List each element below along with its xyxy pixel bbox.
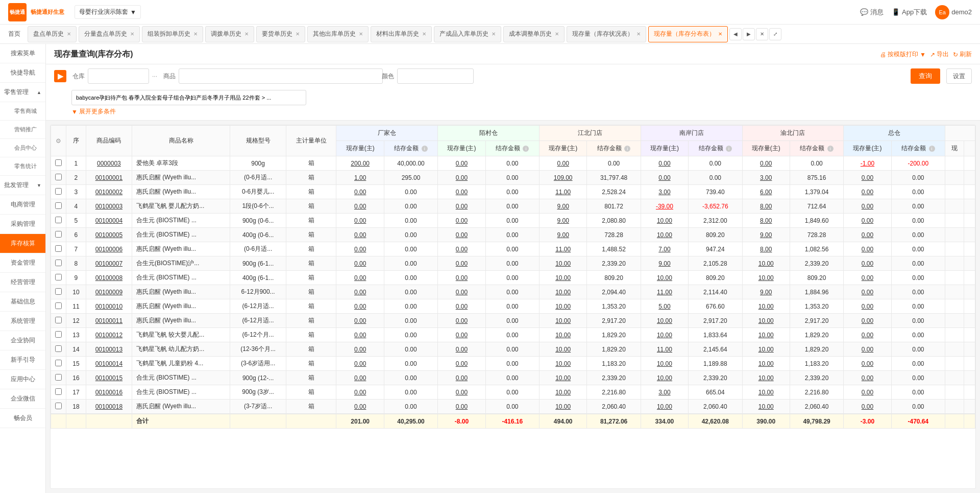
tab-6[interactable]: 其他出库单历史 ✕ — [307, 26, 369, 42]
cell-w4-qty[interactable]: 10.00 — [641, 271, 688, 285]
info-icon[interactable]: i — [422, 146, 428, 152]
tab-maximize-btn[interactable]: ⤢ — [769, 28, 781, 40]
close-icon[interactable]: ✕ — [193, 31, 198, 37]
cell-checkbox[interactable] — [51, 256, 66, 271]
cell-w5-qty[interactable]: 10.00 — [742, 400, 790, 414]
cell-w3-qty[interactable]: 9.00 — [539, 214, 586, 228]
cell-w4-qty[interactable]: 10.00 — [641, 400, 688, 414]
cell-w5-qty[interactable]: 6.00 — [742, 185, 790, 199]
cell-w2-qty[interactable]: 0.00 — [438, 214, 485, 228]
cell-checkbox[interactable] — [51, 156, 66, 171]
close-icon[interactable]: ✕ — [422, 31, 426, 37]
cell-w1-qty[interactable]: 0.00 — [336, 342, 384, 357]
sidebar-item-inventory[interactable]: 库存核算 — [0, 234, 45, 253]
cell-w4-qty[interactable]: 11.00 — [641, 342, 688, 357]
cell-code[interactable]: 00100001 — [86, 171, 132, 185]
cell-w3-qty[interactable]: 11.00 — [539, 185, 586, 199]
cell-w2-qty[interactable]: 0.00 — [438, 342, 485, 357]
sidebar-item-system[interactable]: 系统管理 — [0, 312, 45, 331]
cell-w5-qty[interactable]: 10.00 — [742, 385, 790, 400]
cell-checkbox[interactable] — [51, 371, 66, 385]
tab-home[interactable]: 首页 — [2, 30, 27, 38]
sidebar-item-purchase[interactable]: 采购管理 — [0, 215, 45, 234]
cell-total-qty[interactable]: 0.00 — [844, 371, 891, 385]
tab-5[interactable]: 要货单历史 ✕ — [256, 26, 305, 42]
cell-w3-qty[interactable]: 10.00 — [539, 256, 586, 271]
tab-1[interactable]: 盘点单历史 ✕ — [28, 26, 77, 42]
sidebar-item-member[interactable]: 会员中心 — [0, 139, 45, 157]
cell-w4-qty[interactable]: 11.00 — [641, 285, 688, 299]
cell-w3-qty[interactable]: 10.00 — [539, 342, 586, 357]
cell-code[interactable]: 00100003 — [86, 199, 132, 214]
cell-w4-qty[interactable]: 3.00 — [641, 385, 688, 400]
cell-total-qty[interactable]: 0.00 — [844, 357, 891, 371]
cell-code[interactable]: 00100002 — [86, 185, 132, 199]
cell-w1-qty[interactable]: 0.00 — [336, 228, 384, 242]
cell-w3-qty[interactable]: 9.00 — [539, 228, 586, 242]
cell-w4-qty[interactable]: 10.00 — [641, 328, 688, 342]
cell-w5-qty[interactable]: 10.00 — [742, 256, 790, 271]
cell-w5-qty[interactable]: 10.00 — [742, 357, 790, 371]
info-icon[interactable]: i — [827, 146, 834, 152]
cell-code[interactable]: 0000003 — [86, 156, 132, 171]
cell-w4-qty[interactable]: 9.00 — [641, 256, 688, 271]
cell-code[interactable]: 00100007 — [86, 256, 132, 271]
cell-code[interactable]: 00100009 — [86, 285, 132, 299]
close-icon[interactable]: ✕ — [555, 31, 559, 37]
cell-w5-qty[interactable]: 0.00 — [742, 156, 790, 171]
cell-w4-qty[interactable]: 5.00 — [641, 299, 688, 314]
close-icon[interactable]: ✕ — [492, 31, 496, 37]
warehouse-input[interactable] — [88, 68, 149, 84]
close-icon[interactable]: ✕ — [636, 31, 641, 37]
cell-checkbox[interactable] — [51, 314, 66, 328]
cell-code[interactable]: 00100004 — [86, 214, 132, 228]
cell-checkbox[interactable] — [51, 400, 66, 414]
cell-w2-qty[interactable]: 0.00 — [438, 156, 485, 171]
cell-w1-qty[interactable]: 0.00 — [336, 256, 384, 271]
cell-total-qty[interactable]: 0.00 — [844, 400, 891, 414]
info-icon[interactable]: i — [929, 146, 935, 152]
cell-checkbox[interactable] — [51, 228, 66, 242]
cell-total-qty[interactable]: 0.00 — [844, 228, 891, 242]
export-btn[interactable]: ↗ 导出 — [930, 50, 949, 59]
cell-code[interactable]: 00100018 — [86, 400, 132, 414]
tab-prev-btn[interactable]: ◀ — [729, 28, 742, 40]
cell-w3-qty[interactable]: 10.00 — [539, 271, 586, 285]
cell-total-qty[interactable]: 0.00 — [844, 314, 891, 328]
cell-code[interactable]: 00100006 — [86, 242, 132, 256]
cell-total-qty[interactable]: -1.00 — [844, 156, 891, 171]
cell-code[interactable]: 00100014 — [86, 357, 132, 371]
cell-w2-qty[interactable]: 0.00 — [438, 185, 485, 199]
cell-total-qty[interactable]: 0.00 — [844, 328, 891, 342]
cell-checkbox[interactable] — [51, 171, 66, 185]
cell-w5-qty[interactable]: 10.00 — [742, 299, 790, 314]
col-gear[interactable]: ⚙ — [51, 126, 66, 156]
cell-w2-qty[interactable]: 0.00 — [438, 357, 485, 371]
cell-checkbox[interactable] — [51, 357, 66, 371]
cell-checkbox[interactable] — [51, 328, 66, 342]
cell-w5-qty[interactable]: 9.00 — [742, 228, 790, 242]
cell-checkbox[interactable] — [51, 242, 66, 256]
cell-checkbox[interactable] — [51, 214, 66, 228]
cell-w3-qty[interactable]: 11.00 — [539, 242, 586, 256]
tab-2[interactable]: 分量盘点单历史 ✕ — [79, 26, 140, 42]
cell-w5-qty[interactable]: 10.00 — [742, 314, 790, 328]
cell-code[interactable]: 00100013 — [86, 342, 132, 357]
cell-w2-qty[interactable]: 0.00 — [438, 400, 485, 414]
cell-w5-qty[interactable]: 8.00 — [742, 199, 790, 214]
cell-w1-qty[interactable]: 0.00 — [336, 214, 384, 228]
sidebar-item-retail-store[interactable]: 零售商城 — [0, 102, 45, 121]
info-icon[interactable]: i — [523, 146, 529, 152]
cell-w3-qty[interactable]: 9.00 — [539, 199, 586, 214]
cell-code[interactable]: 00100010 — [86, 299, 132, 314]
cell-w5-qty[interactable]: 8.00 — [742, 214, 790, 228]
tab-10[interactable]: 现存量（库存状况表） ✕ — [567, 26, 646, 42]
tab-8[interactable]: 产成品入库单历史 ✕ — [434, 26, 501, 42]
cell-w1-qty[interactable]: 0.00 — [336, 371, 384, 385]
sidebar-item-wechat[interactable]: 企业微信 — [0, 389, 45, 409]
sidebar-item-search[interactable]: 搜索英单 — [0, 44, 45, 63]
cell-w4-qty[interactable]: 10.00 — [641, 357, 688, 371]
cell-w2-qty[interactable]: 0.00 — [438, 285, 485, 299]
print-btn[interactable]: 🖨 按模版打印 ▼ — [880, 50, 926, 59]
cell-w3-qty[interactable]: 10.00 — [539, 371, 586, 385]
